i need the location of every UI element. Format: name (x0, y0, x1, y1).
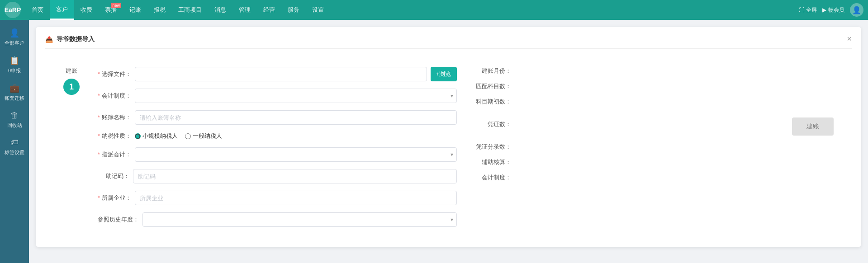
new-badge: new (111, 3, 121, 8)
user-avatar[interactable]: 👤 (850, 3, 863, 17)
memo-label: 助记码： (98, 172, 129, 180)
all-customers-icon: 👤 (9, 28, 19, 38)
step-label: 建账 (66, 67, 77, 75)
voucher-entries-row: 凭证分录数： (475, 143, 834, 151)
company-row: * 所属企业： (98, 191, 457, 205)
avatar-icon: 👤 (852, 6, 861, 14)
general-taxpayer-option[interactable]: 一般纳税人 (185, 132, 222, 140)
form-left: * 选择文件： +浏览 * 会计制度： (98, 67, 457, 227)
sidebar-item-label: 回收站 (7, 122, 22, 129)
history-year-select-wrapper (142, 212, 457, 227)
memo-row: 助记码： (98, 169, 457, 183)
dialog-panel: 📤 导爷数据导入 × 建账 1 * 选择文件： (36, 27, 861, 247)
general-taxpayer-radio[interactable] (185, 133, 191, 139)
nav-settings[interactable]: 设置 (306, 0, 330, 20)
ledger-name-row: * 账簿名称： (98, 110, 457, 125)
aux-accounting-label: 辅助核算： (475, 158, 511, 166)
sidebar-item-label: 标签设置 (5, 149, 24, 156)
nav-message[interactable]: 消息 (208, 0, 232, 20)
form-container: 建账 1 * 选择文件： +浏览 (45, 58, 852, 236)
step-indicator: 建账 1 (63, 67, 80, 227)
nav-customer[interactable]: 客户 (50, 0, 74, 20)
match-subject-row: 匹配科目数： (475, 82, 834, 90)
sidebar-item-label: 账套迁移 (5, 95, 24, 102)
history-year-label: 参照历史年度： (98, 216, 139, 224)
fullscreen-label: 全屏 (806, 6, 817, 14)
small-taxpayer-option[interactable]: 小规模纳税人 (135, 132, 178, 140)
nav-business[interactable]: 工商项目 (172, 0, 208, 20)
file-label: * 选择文件： (98, 70, 131, 78)
initial-balance-label: 科目期初数： (475, 98, 511, 106)
accounting-system-row: * 会计制度： (98, 89, 457, 103)
accounting-system-select-wrapper (135, 89, 457, 103)
nav-tax[interactable]: 报税 (147, 0, 172, 20)
fullscreen-button[interactable]: ⛶ 全屏 (799, 6, 817, 14)
nav-right: ⛶ 全屏 ▶ 畅会员 👤 (799, 3, 863, 17)
top-nav: EaRP 首页 客户 收费 票据 new 记账 报税 工商项目 消息 管理 经营… (0, 0, 868, 20)
content-area: 📤 导爷数据导入 × 建账 1 * 选择文件： (29, 20, 868, 263)
dialog-title: 📤 导爷数据导入 (45, 35, 95, 43)
recycle-icon: 🗑 (10, 111, 19, 120)
voucher-entries-label: 凭证分录数： (475, 143, 511, 151)
memo-input[interactable] (133, 169, 457, 183)
sidebar-item-label: 0申报 (8, 67, 21, 74)
app-logo: EaRP (5, 2, 21, 18)
accounting-system-select[interactable] (135, 89, 457, 103)
nav-invoice[interactable]: 票据 new (99, 0, 123, 20)
browse-button[interactable]: +浏览 (431, 67, 457, 81)
accounting-system2-label: 会计制度： (475, 174, 511, 182)
tax-type-row: * 纳税性质： 小规模纳税人 一般纳税人 (98, 132, 457, 140)
nav-operation[interactable]: 经营 (257, 0, 281, 20)
fullscreen-icon: ⛶ (799, 7, 804, 13)
voucher-label: 凭证数： (475, 120, 511, 128)
dialog-title-text: 导爷数据导入 (57, 35, 95, 43)
sidebar-item-declare[interactable]: 📋 0申报 (1, 52, 28, 78)
tax-type-label: * 纳税性质： (98, 132, 131, 140)
nav-service[interactable]: 服务 (281, 0, 306, 20)
tags-icon: 🏷 (10, 138, 19, 147)
dialog-close-button[interactable]: × (847, 34, 852, 44)
file-select-row: * 选择文件： +浏览 (98, 67, 457, 81)
vip-button[interactable]: ▶ 畅会员 (822, 6, 844, 14)
migrate-icon: 💼 (9, 83, 19, 93)
main-layout: 👤 全部客户 📋 0申报 💼 账套迁移 🗑 回收站 🏷 标签设置 📤 导爷 (0, 20, 868, 263)
nav-manage[interactable]: 管理 (232, 0, 257, 20)
sidebar-item-migrate[interactable]: 💼 账套迁移 (1, 80, 28, 105)
company-label: * 所属企业： (98, 194, 131, 202)
dialog-header: 📤 导爷数据导入 × (45, 34, 852, 49)
step-circle: 1 (63, 79, 80, 95)
accounting-system-label: * 会计制度： (98, 92, 131, 100)
sidebar-item-tags[interactable]: 🏷 标签设置 (1, 134, 28, 160)
file-input[interactable] (135, 67, 427, 81)
nav-bookkeeping[interactable]: 记账 (123, 0, 147, 20)
general-taxpayer-label: 一般纳税人 (193, 132, 222, 140)
month-row: 建账月份： (475, 67, 834, 75)
month-label: 建账月份： (475, 67, 511, 75)
history-year-select[interactable] (142, 212, 457, 227)
vip-label: 畅会员 (828, 6, 844, 14)
history-year-row: 参照历史年度： (98, 212, 457, 227)
nav-home[interactable]: 首页 (25, 0, 50, 20)
aux-accounting-row: 辅助核算： (475, 158, 834, 166)
assign-accountant-select[interactable] (135, 147, 457, 162)
assign-accountant-row: * 指派会计： (98, 147, 457, 162)
accounting-system2-row: 会计制度： (475, 174, 834, 182)
sidebar-item-all-customers[interactable]: 👤 全部客户 (1, 24, 28, 50)
create-account-button[interactable]: 建账 (792, 117, 834, 136)
sidebar-item-recycle[interactable]: 🗑 回收站 (1, 107, 28, 132)
company-input[interactable] (135, 191, 457, 205)
assign-accountant-select-wrapper (135, 147, 457, 162)
initial-balance-row: 科目期初数： (475, 98, 834, 106)
assign-accountant-label: * 指派会计： (98, 150, 131, 159)
ledger-name-input[interactable] (135, 110, 457, 125)
small-taxpayer-label: 小规模纳税人 (142, 132, 178, 140)
nav-billing[interactable]: 收费 (74, 0, 99, 20)
declare-icon: 📋 (9, 56, 19, 66)
match-subject-label: 匹配科目数： (475, 82, 511, 90)
vip-icon: ▶ (822, 7, 826, 13)
sidebar: 👤 全部客户 📋 0申报 💼 账套迁移 🗑 回收站 🏷 标签设置 (0, 20, 29, 263)
small-taxpayer-radio[interactable] (135, 133, 141, 139)
voucher-row: 凭证数： 建账 (475, 113, 834, 136)
ledger-name-label: * 账簿名称： (98, 113, 131, 122)
sidebar-item-label: 全部客户 (5, 40, 24, 47)
